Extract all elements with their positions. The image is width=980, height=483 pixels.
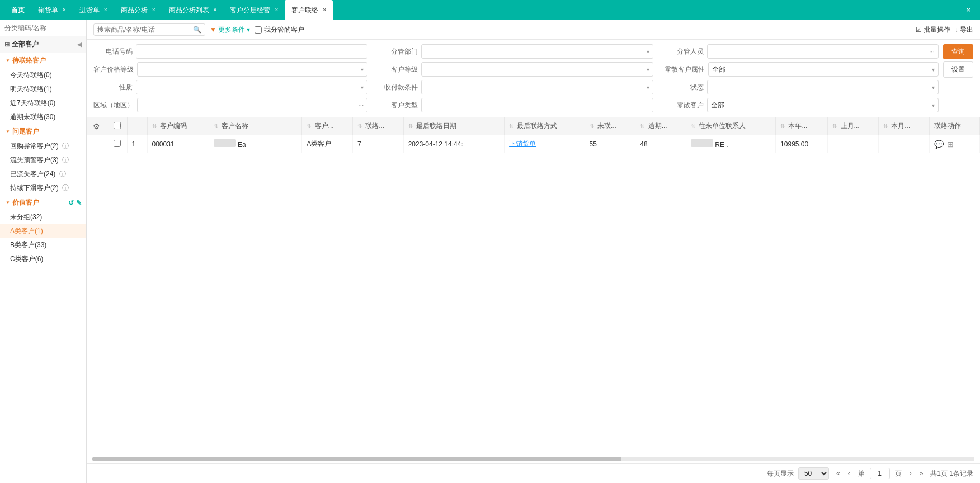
share-action-icon[interactable]: ⊞ xyxy=(947,140,954,149)
code-sort-icon[interactable]: ⇅ xyxy=(152,123,157,129)
gear-icon[interactable]: ⚙ xyxy=(93,122,100,131)
contact-sort-icon[interactable]: ⇅ xyxy=(357,123,362,129)
row-this-year: 10995.00 xyxy=(776,135,828,153)
hist-contact-sort-icon[interactable]: ⇅ xyxy=(691,123,695,129)
last-page-btn[interactable]: » xyxy=(917,468,926,479)
last-method-link[interactable]: 下销货单 xyxy=(509,140,536,148)
region-filter: 区域（地区） ··· xyxy=(93,98,368,112)
last-month-sort-icon[interactable]: ⇅ xyxy=(832,123,837,129)
price-grade-filter: 客户价格等级 ▾ xyxy=(93,62,368,77)
nav-customer-contact-close[interactable]: × xyxy=(323,0,326,20)
unclassified-item[interactable]: 未分组(32) xyxy=(0,210,86,224)
nav-goods-list-close[interactable]: × xyxy=(214,0,217,20)
a-class-item[interactable]: A类客户(1) xyxy=(0,224,86,238)
last-date-col-header: ⇅ 最后联络日期 xyxy=(403,117,504,135)
customer-grade-select[interactable]: ▾ xyxy=(421,62,653,77)
b-class-item[interactable]: B类客户(33) xyxy=(0,238,86,252)
wait-contact-title[interactable]: ▼ 待联络客户 xyxy=(0,53,86,68)
nav-sales[interactable]: 销货单 × xyxy=(31,0,73,20)
page-num-input[interactable] xyxy=(870,468,890,479)
last-date-sort-icon[interactable]: ⇅ xyxy=(408,123,413,129)
c-class-item[interactable]: C类客户(6) xyxy=(0,252,86,266)
row-last-method: 下销货单 xyxy=(505,135,585,153)
page-size-select[interactable]: 50 10 20 100 xyxy=(798,467,829,480)
query-btn[interactable]: 查询 xyxy=(943,44,973,59)
overdue-sort-icon[interactable]: ⇅ xyxy=(640,123,644,129)
this-year-sort-icon[interactable]: ⇅ xyxy=(780,123,785,129)
first-page-btn[interactable]: « xyxy=(833,468,843,479)
payment-select[interactable]: ▾ xyxy=(421,80,653,94)
row-select-checkbox[interactable] xyxy=(114,140,121,147)
value-customer-title[interactable]: ▼ 价值客户 ↺ ✎ xyxy=(0,195,86,210)
name-sort-icon[interactable]: ⇅ xyxy=(214,123,218,129)
last-method-sort-icon[interactable]: ⇅ xyxy=(509,123,513,129)
retail-customer-arrow: ▾ xyxy=(932,102,935,108)
code-col-header: ⇅ 客户编码 xyxy=(147,117,209,135)
this-month-col-header: ⇅ 本月... xyxy=(878,117,929,135)
phone-input[interactable] xyxy=(136,44,368,59)
name-masked xyxy=(214,139,236,147)
nav-goods-list[interactable]: 商品分析列表 × xyxy=(162,0,224,20)
horizontal-scroll-wrapper xyxy=(87,454,980,463)
nature-select[interactable]: ▾ xyxy=(136,80,368,94)
status-label: 状态 xyxy=(665,83,704,92)
batch-op-btn[interactable]: ☑ 批量操作 xyxy=(916,25,950,35)
week-contact-item[interactable]: 近7天待联络(0) xyxy=(0,96,86,110)
manager-input[interactable]: ··· xyxy=(707,44,939,59)
content-area: 🔍 ▼ 更多条件 ▾ 我分管的客户 ☑ 批量操作 ↓ 导出 xyxy=(87,20,980,483)
set-btn[interactable]: 设置 xyxy=(943,61,973,78)
already-lost-item[interactable]: 已流失客户(24) ⓘ xyxy=(0,167,86,181)
nav-home[interactable]: 首页 xyxy=(4,0,31,20)
nav-customer-layer-close[interactable]: × xyxy=(275,0,278,20)
all-customers-label: 全部客户 xyxy=(12,40,39,49)
lost-warning-item[interactable]: 流失预警客户(3) ⓘ xyxy=(0,153,86,167)
nav-goods-analysis[interactable]: 商品分析 × xyxy=(114,0,162,20)
nav-customer-contact[interactable]: 客户联络 × xyxy=(285,0,333,20)
problem-customer-label: 问题客户 xyxy=(12,127,39,136)
nav-goods-analysis-close[interactable]: × xyxy=(152,0,156,20)
declining-item[interactable]: 持续下滑客户(2) ⓘ xyxy=(0,181,86,195)
status-select[interactable]: ▾ xyxy=(707,80,939,94)
hist-contact-col-header: ⇅ 往来单位联系人 xyxy=(686,117,776,135)
filter-search-input[interactable] xyxy=(97,26,193,34)
value-customer-actions: ↺ ✎ xyxy=(68,199,82,207)
repurchase-abnormal-item[interactable]: 回购异常客户(2) ⓘ xyxy=(0,139,86,153)
refresh-icon[interactable]: ↺ xyxy=(68,199,74,207)
nav-customer-layer[interactable]: 客户分层经营 × xyxy=(223,0,285,20)
price-grade-select[interactable]: ▾ xyxy=(137,62,368,77)
nav-purchase-close[interactable]: × xyxy=(104,0,107,20)
row-name: Ea xyxy=(209,135,302,153)
retail-attr-select[interactable]: 全部 ▾ xyxy=(708,62,939,77)
my-customer-checkbox[interactable]: 我分管的客户 xyxy=(255,25,304,35)
my-customer-check[interactable] xyxy=(255,26,262,34)
customer-type-input[interactable] xyxy=(421,98,653,112)
prev-page-btn[interactable]: ‹ xyxy=(845,468,853,479)
tomorrow-contact-item[interactable]: 明天待联络(1) xyxy=(0,82,86,96)
message-action-icon[interactable]: 💬 xyxy=(934,140,944,149)
export-btn[interactable]: ↓ 导出 xyxy=(955,25,973,35)
retail-customer-select[interactable]: 全部 ▾ xyxy=(707,98,939,112)
no-contact-sort-icon[interactable]: ⇅ xyxy=(590,123,594,129)
filter-search-icon[interactable]: 🔍 xyxy=(193,26,201,34)
select-all-checkbox[interactable] xyxy=(114,122,121,129)
row-checkbox xyxy=(107,135,127,153)
more-filter-btn[interactable]: ▼ 更多条件 ▾ xyxy=(210,25,250,35)
problem-customer-title[interactable]: ▼ 问题客户 xyxy=(0,124,86,139)
price-grade-arrow: ▾ xyxy=(361,67,364,73)
region-input[interactable]: ··· xyxy=(137,98,368,112)
global-close-btn[interactable]: × xyxy=(962,5,976,15)
dept-select[interactable]: ▾ xyxy=(421,44,653,59)
scroll-thumb[interactable] xyxy=(92,457,621,461)
sidebar-collapse-btn[interactable]: ◀ xyxy=(77,41,82,48)
today-contact-item[interactable]: 今天待联络(0) xyxy=(0,68,86,82)
action-col-header: 联络动作 xyxy=(929,117,979,135)
sidebar-search-input[interactable] xyxy=(4,24,87,32)
overdue-contact-item[interactable]: 逾期未联络(30) xyxy=(0,110,86,124)
type-sort-icon[interactable]: ⇅ xyxy=(307,123,311,129)
all-customers-header[interactable]: ⊞ 全部客户 ◀ xyxy=(0,36,86,53)
edit-icon[interactable]: ✎ xyxy=(76,199,82,207)
this-month-sort-icon[interactable]: ⇅ xyxy=(883,123,888,129)
nav-purchase[interactable]: 进货单 × xyxy=(73,0,114,20)
nav-sales-close[interactable]: × xyxy=(63,0,66,20)
next-page-btn[interactable]: › xyxy=(907,468,915,479)
